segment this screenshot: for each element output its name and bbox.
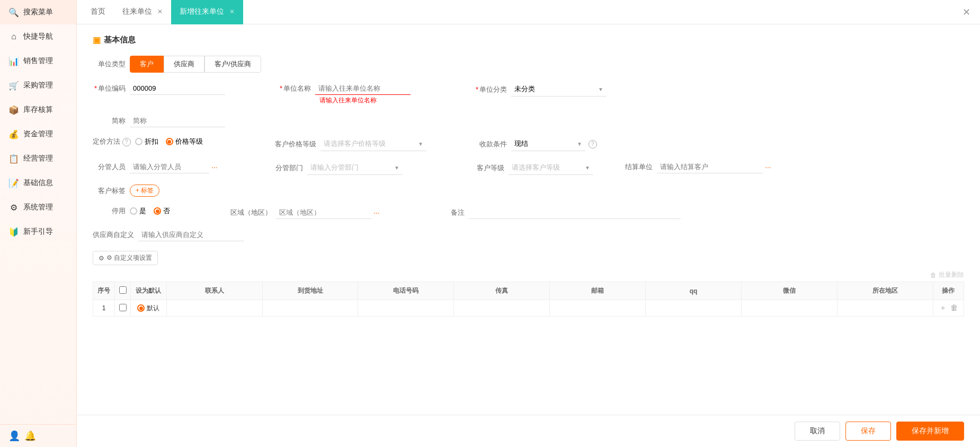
cell-check — [115, 300, 131, 317]
pricing-help-icon[interactable]: ? — [122, 138, 131, 146]
cell-contact[interactable] — [166, 300, 262, 317]
btn-customer[interactable]: 客户 — [130, 56, 164, 73]
manager-input[interactable] — [130, 161, 209, 173]
pricing-row: 定价方法 ? 折扣 价格等级 — [93, 137, 964, 151]
sidebar-item-purchase[interactable]: 🛒 采购管理 — [0, 73, 76, 98]
gear-icon: ⚙ — [99, 255, 104, 262]
unit-code-input[interactable] — [130, 82, 225, 95]
customer-level-placeholder: 请选择客户等级 — [512, 163, 583, 172]
required-star: * — [94, 84, 97, 92]
global-close-icon[interactable]: ✕ — [958, 6, 975, 18]
sidebar-item-sales[interactable]: 📊 销售管理 — [0, 49, 76, 73]
sidebar-item-inventory[interactable]: 📦 库存核算 — [0, 98, 76, 122]
pricing-radio-group: 折扣 价格等级 — [135, 137, 203, 146]
cancel-button[interactable]: 取消 — [795, 422, 840, 441]
custom-setting-btn[interactable]: ⚙ ⚙ 自定义项设置 — [93, 251, 158, 265]
customer-level-select[interactable]: 请选择客户等级 ▼ — [509, 161, 593, 175]
phone-input[interactable] — [361, 304, 450, 312]
fax-input[interactable] — [457, 304, 546, 312]
short-name-input[interactable] — [130, 115, 225, 127]
sidebar-item-basic[interactable]: 📝 基础信息 — [0, 171, 76, 195]
cell-wechat[interactable] — [742, 300, 838, 317]
manager-more-btn[interactable]: ··· — [209, 163, 220, 171]
cell-qq[interactable] — [646, 300, 742, 317]
radio-discount[interactable]: 折扣 — [135, 137, 158, 146]
delete-row-icon[interactable]: 🗑 — [949, 303, 959, 312]
sidebar-item-operations[interactable]: 📋 经营管理 — [0, 146, 76, 171]
settlement-input[interactable] — [657, 161, 763, 173]
select-all-checkbox[interactable] — [119, 286, 127, 294]
tab-partners-close[interactable]: ✕ — [157, 8, 163, 15]
region-more-btn[interactable]: ··· — [371, 208, 382, 217]
payment-terms-value: 现结 — [514, 139, 575, 148]
unit-category-select[interactable]: 未分类 ▼ — [511, 82, 607, 97]
add-row-icon[interactable]: ＋ — [938, 303, 948, 312]
department-select[interactable]: 请输入分管部门 ▼ — [307, 161, 403, 175]
sales-icon: 📊 — [8, 56, 19, 66]
area-input[interactable] — [841, 304, 930, 312]
radio-yes-circle — [130, 207, 137, 215]
section-icon: ▣ — [93, 35, 101, 45]
radio-no[interactable]: 否 — [154, 206, 170, 216]
cell-phone[interactable] — [358, 300, 454, 317]
tab-new-partner-close[interactable]: ✕ — [229, 8, 235, 15]
wechat-input[interactable] — [745, 304, 834, 312]
col-contact: 联系人 — [166, 282, 262, 300]
email-input[interactable] — [553, 304, 642, 312]
sidebar-label-search: 搜索菜单 — [23, 7, 53, 17]
inventory-icon: 📦 — [8, 104, 19, 115]
btn-supplier[interactable]: 供应商 — [164, 56, 204, 73]
footer: 取消 保存 保存并新增 — [77, 415, 980, 447]
row-default-radio[interactable]: 默认 — [134, 304, 163, 313]
batch-delete-label[interactable]: 批量删除 — [939, 270, 964, 279]
qq-input[interactable] — [649, 304, 738, 312]
add-tag-btn[interactable]: + 标签 — [130, 185, 159, 197]
sidebar-label-system: 系统管理 — [23, 203, 53, 212]
tab-partners[interactable]: 往来单位 ✕ — [114, 0, 171, 24]
sidebar-label-operations: 经营管理 — [23, 154, 53, 163]
row-checkbox[interactable] — [119, 304, 127, 311]
cell-fax[interactable] — [454, 300, 550, 317]
region-input[interactable] — [276, 206, 371, 219]
save-new-button[interactable]: 保存并新增 — [896, 422, 964, 441]
settlement-label: 结算单位 — [622, 162, 657, 172]
sidebar-item-quick-nav[interactable]: ⌂ 快捷导航 — [0, 24, 76, 49]
custom-setting-label: ⚙ 自定义项设置 — [106, 253, 152, 262]
cell-area[interactable] — [837, 300, 933, 317]
address-input[interactable] — [266, 304, 355, 312]
save-button[interactable]: 保存 — [845, 422, 891, 441]
col-default: 设为默认 — [131, 282, 167, 300]
payment-help-icon[interactable]: ? — [589, 140, 597, 148]
sidebar-label-purchase: 采购管理 — [23, 81, 53, 90]
cell-address[interactable] — [262, 300, 358, 317]
sidebar-item-finance[interactable]: 💰 资金管理 — [0, 122, 76, 146]
supplier-custom-input[interactable] — [138, 229, 244, 241]
tag-row: 客户标签 + 标签 — [93, 185, 964, 197]
sidebar-item-guide[interactable]: 🔰 新手引导 — [0, 220, 76, 244]
tab-new-partner-label: 新增往来单位 — [180, 7, 224, 16]
col-phone: 电话号码 — [358, 282, 454, 300]
settlement-more-btn[interactable]: ··· — [763, 163, 773, 171]
radio-yes[interactable]: 是 — [130, 206, 146, 216]
sidebar-item-system[interactable]: ⚙ 系统管理 — [0, 195, 76, 220]
main-area: 首页 往来单位 ✕ 新增往来单位 ✕ ✕ ▣ 基本信息 单位类型 客户 供应商 … — [77, 0, 980, 447]
btn-both[interactable]: 客户/供应商 — [204, 56, 261, 73]
tab-new-partner[interactable]: 新增往来单位 ✕ — [171, 0, 243, 24]
radio-discount-label: 折扣 — [145, 137, 158, 146]
sidebar-label-quick-nav: 快捷导航 — [23, 32, 53, 41]
department-placeholder: 请输入分管部门 — [310, 163, 392, 172]
chevron-dept-icon: ▼ — [394, 165, 399, 171]
customer-price-level-select[interactable]: 请选择客户价格等级 ▼ — [320, 137, 426, 151]
sidebar-item-search[interactable]: 🔍 搜索菜单 — [0, 0, 76, 24]
radio-price-level-circle — [166, 138, 173, 145]
payment-terms-select[interactable]: 现结 ▼ — [511, 137, 585, 151]
contact-input[interactable] — [170, 304, 259, 312]
remark-input[interactable] — [469, 206, 681, 219]
cell-email[interactable] — [550, 300, 646, 317]
chevron-price-icon: ▼ — [418, 141, 423, 147]
tab-home-label: 首页 — [91, 7, 105, 16]
radio-price-level[interactable]: 价格等级 — [166, 137, 203, 146]
sidebar-label-inventory: 库存核算 — [23, 105, 53, 115]
tab-home[interactable]: 首页 — [82, 0, 114, 24]
unit-name-input[interactable] — [315, 82, 411, 95]
